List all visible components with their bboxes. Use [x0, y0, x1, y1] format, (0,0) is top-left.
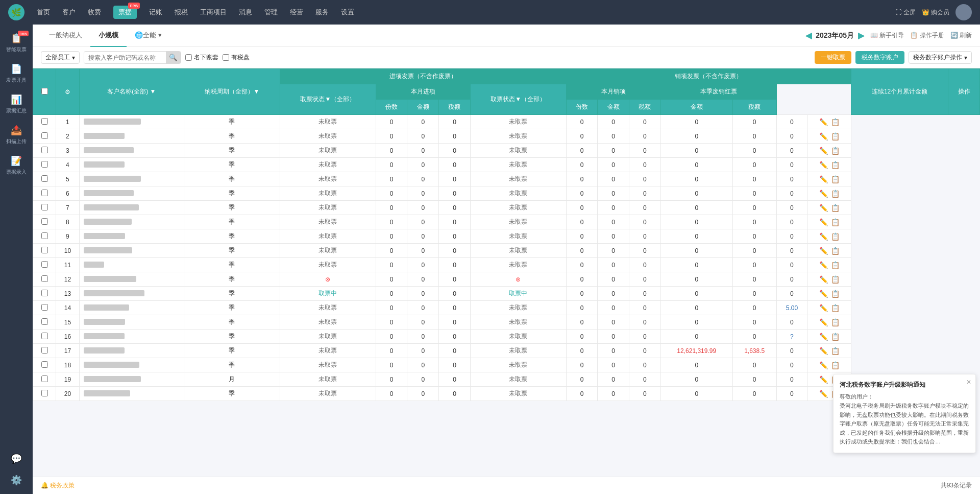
- th-out-ticket-status[interactable]: 取票状态▼（全部）: [470, 84, 566, 115]
- nav-bizproject[interactable]: 工商项目: [200, 8, 227, 17]
- copy-icon[interactable]: 📋: [831, 361, 840, 369]
- row-checkbox[interactable]: [41, 232, 48, 239]
- operation-manual-link[interactable]: 📋 操作手册: [910, 31, 944, 40]
- copy-icon[interactable]: 📋: [831, 218, 840, 226]
- row-checkbox[interactable]: [41, 247, 48, 253]
- tax-digital-ops-select[interactable]: 税务数字账户操作 ▾: [909, 51, 972, 64]
- copy-icon[interactable]: 📋: [831, 161, 840, 169]
- edit-icon[interactable]: ✏️: [819, 290, 828, 298]
- row-checkbox[interactable]: [41, 275, 48, 282]
- edit-icon[interactable]: ✏️: [819, 118, 828, 126]
- nav-home[interactable]: 首页: [37, 8, 50, 17]
- sidebar-item-smart-ticket[interactable]: 📋 智能取票 new: [0, 29, 33, 57]
- copy-icon[interactable]: 📋: [831, 175, 840, 183]
- edit-icon[interactable]: ✏️: [819, 147, 828, 155]
- edit-icon[interactable]: ✏️: [819, 204, 828, 212]
- edit-icon[interactable]: ✏️: [819, 390, 828, 398]
- row-checkbox[interactable]: [41, 218, 48, 225]
- sub-account-checkbox-label[interactable]: 名下账套: [185, 53, 218, 62]
- date-next-btn[interactable]: ▶: [858, 31, 864, 40]
- copy-icon[interactable]: 📋: [831, 275, 840, 284]
- sub-account-checkbox[interactable]: [185, 54, 192, 61]
- copy-icon[interactable]: 📋: [831, 147, 840, 155]
- edit-icon[interactable]: ✏️: [819, 175, 828, 183]
- copy-icon[interactable]: 📋: [831, 190, 840, 198]
- row-checkbox[interactable]: [41, 161, 48, 168]
- notification-close-btn[interactable]: ✕: [966, 379, 971, 386]
- edit-icon[interactable]: ✏️: [819, 247, 828, 255]
- row-checkbox[interactable]: [41, 290, 48, 296]
- th-in-ticket-status[interactable]: 取票状态▼（全部）: [280, 84, 376, 115]
- search-btn[interactable]: 🔍: [166, 52, 181, 63]
- edit-icon[interactable]: ✏️: [819, 304, 828, 312]
- member-btn[interactable]: 👑 购会员: [922, 8, 949, 17]
- copy-icon[interactable]: 📋: [831, 204, 840, 212]
- nav-service[interactable]: 服务: [315, 8, 329, 17]
- copy-icon[interactable]: 📋: [831, 118, 840, 126]
- edit-icon[interactable]: ✏️: [819, 190, 828, 198]
- nav-message[interactable]: 消息: [239, 8, 252, 17]
- date-prev-btn[interactable]: ◀: [805, 31, 812, 40]
- copy-icon[interactable]: 📋: [831, 304, 840, 312]
- row-checkbox[interactable]: [41, 204, 48, 210]
- row-checkbox[interactable]: [41, 175, 48, 182]
- tab-small-scale[interactable]: 小规模: [90, 25, 127, 47]
- row-checkbox[interactable]: [41, 375, 48, 382]
- nav-settings[interactable]: 设置: [341, 8, 354, 17]
- sidebar-item-invoice-open[interactable]: 📄 发票开具: [0, 59, 33, 88]
- employee-select[interactable]: 全部员工 ▾: [41, 51, 80, 64]
- copy-icon[interactable]: 📋: [831, 247, 840, 255]
- sidebar-item-scan-upload[interactable]: 📤 扫描上传: [0, 121, 33, 149]
- sidebar-item-ticket-entry[interactable]: 📝 票据录入: [0, 151, 33, 180]
- nav-accounting[interactable]: 记账: [149, 8, 162, 17]
- nav-client[interactable]: 客户: [62, 8, 76, 17]
- copy-icon[interactable]: 📋: [831, 333, 840, 341]
- edit-icon[interactable]: ✏️: [819, 275, 828, 284]
- copy-icon[interactable]: 📋: [831, 347, 840, 355]
- refresh-link[interactable]: 🔄 刷新: [950, 31, 972, 40]
- tax-disk-checkbox[interactable]: [223, 54, 229, 61]
- row-checkbox[interactable]: [41, 190, 48, 196]
- edit-icon[interactable]: ✏️: [819, 361, 828, 369]
- row-checkbox[interactable]: [41, 147, 48, 153]
- edit-icon[interactable]: ✏️: [819, 333, 828, 341]
- nav-ticket[interactable]: 票据 new: [113, 6, 137, 19]
- edit-icon[interactable]: ✏️: [819, 375, 828, 384]
- row-checkbox[interactable]: [41, 347, 48, 354]
- new-guide-link[interactable]: 📖 新手引导: [870, 31, 904, 40]
- user-avatar[interactable]: [955, 4, 972, 20]
- row-checkbox[interactable]: [41, 333, 48, 339]
- select-all-checkbox[interactable]: [41, 88, 48, 95]
- row-checkbox[interactable]: [41, 118, 48, 125]
- sidebar-item-ticket-summary[interactable]: 📊 票据汇总: [0, 90, 33, 119]
- nav-tax[interactable]: 报税: [175, 8, 188, 17]
- row-checkbox[interactable]: [41, 390, 48, 396]
- one-click-ticket-btn[interactable]: 一键取票: [815, 51, 851, 64]
- row-checkbox[interactable]: [41, 361, 48, 368]
- row-checkbox[interactable]: [41, 318, 48, 325]
- sidebar-item-bottom1[interactable]: 💬: [0, 449, 33, 468]
- nav-fee[interactable]: 收费: [88, 8, 101, 17]
- copy-icon[interactable]: 📋: [831, 232, 840, 241]
- copy-icon[interactable]: 📋: [831, 318, 840, 326]
- edit-icon[interactable]: ✏️: [819, 318, 828, 326]
- edit-icon[interactable]: ✏️: [819, 261, 828, 269]
- fullscreen-btn[interactable]: ⛶ 全屏: [895, 8, 915, 17]
- nav-operation[interactable]: 经营: [290, 8, 303, 17]
- tab-all-capable[interactable]: 🌐 全能 ▾: [127, 25, 170, 47]
- edit-icon[interactable]: ✏️: [819, 232, 828, 241]
- row-checkbox[interactable]: [41, 304, 48, 311]
- tax-policy-link[interactable]: 🔔 税务政策: [41, 481, 75, 490]
- edit-icon[interactable]: ✏️: [819, 161, 828, 169]
- sidebar-item-bottom2[interactable]: ⚙️: [0, 471, 33, 490]
- tax-digital-account-btn[interactable]: 税务数字账户: [855, 51, 904, 64]
- copy-icon[interactable]: 📋: [831, 290, 840, 298]
- copy-icon[interactable]: 📋: [831, 261, 840, 269]
- edit-icon[interactable]: ✏️: [819, 347, 828, 355]
- edit-icon[interactable]: ✏️: [819, 132, 828, 140]
- tab-general-taxpayer[interactable]: 一般纳税人: [41, 25, 90, 47]
- row-checkbox[interactable]: [41, 261, 48, 268]
- client-search-input[interactable]: [84, 52, 166, 63]
- edit-icon[interactable]: ✏️: [819, 218, 828, 226]
- row-checkbox[interactable]: [41, 132, 48, 139]
